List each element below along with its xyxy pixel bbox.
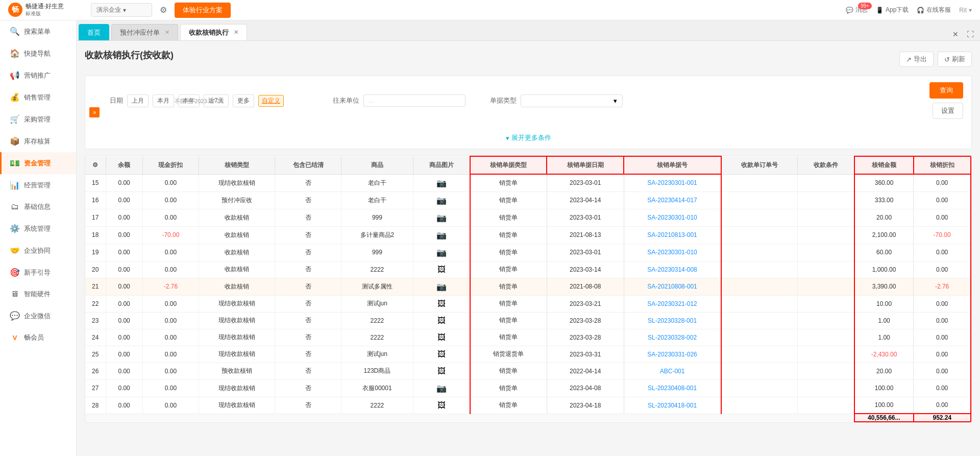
sidebar-item-guide[interactable]: 🎯 新手引导 bbox=[0, 261, 76, 283]
sidebar-label-vip: 畅会员 bbox=[24, 333, 44, 342]
total-amount: 40,556,66... bbox=[854, 414, 914, 422]
settings-button[interactable]: 设置 bbox=[933, 103, 963, 119]
tab-prepay-close[interactable]: ✕ bbox=[165, 29, 169, 36]
table-row: 28 0.00 0.00 现结收款核销 否 2222 🖼 销货单 2023-04… bbox=[85, 397, 971, 414]
sidebar-item-sales[interactable]: 💰 销售管理 bbox=[0, 86, 76, 108]
cell-goods-img: 📷 bbox=[413, 379, 470, 397]
cell-doc-no[interactable]: SL-20230328-001 bbox=[624, 312, 721, 329]
cell-doc-no[interactable]: SA-20230301-010 bbox=[624, 209, 721, 226]
cell-amount: -2,430.00 bbox=[854, 346, 914, 363]
tab-collection-close[interactable]: ✕ bbox=[234, 29, 238, 36]
cell-goods: 2222 bbox=[341, 261, 413, 278]
cell-doc-no[interactable]: SA-20230301-010 bbox=[624, 244, 721, 261]
cell-balance: 0.00 bbox=[106, 312, 142, 329]
cell-doc-no[interactable]: SA-20230414-017 bbox=[624, 191, 721, 209]
cell-balance: 0.00 bbox=[106, 191, 142, 209]
cell-doc-no[interactable]: SA-20210813-001 bbox=[624, 226, 721, 244]
table-row: 27 0.00 0.00 现结收款核销 否 衣服00001 📷 销货单 2023… bbox=[85, 379, 971, 397]
headset-icon: 🎧 bbox=[917, 7, 924, 14]
chat-icon: 💬 bbox=[846, 7, 853, 14]
cell-condition bbox=[798, 312, 854, 329]
cell-cash-discount: 0.00 bbox=[142, 397, 199, 414]
cell-condition bbox=[798, 278, 854, 295]
date-last-month[interactable]: 上月 bbox=[127, 94, 149, 107]
cell-discount: 0.00 bbox=[914, 397, 971, 414]
date-this-month[interactable]: 本月 bbox=[153, 94, 174, 107]
cell-no: 26 bbox=[85, 363, 106, 379]
cell-goods-img: 🖼 bbox=[413, 363, 470, 379]
th-discount: 核销折扣 bbox=[914, 156, 971, 174]
sidebar-item-search[interactable]: 🔍 搜索菜单 bbox=[0, 20, 76, 42]
sidebar-item-marketing[interactable]: 📢 营销推广 bbox=[0, 64, 76, 86]
cell-amount: 20.00 bbox=[854, 209, 914, 226]
cell-doc-no[interactable]: SA-20230301-001 bbox=[624, 174, 721, 191]
cell-doc-no[interactable]: SL-20230408-001 bbox=[624, 379, 721, 397]
cell-amount: 100.00 bbox=[854, 379, 914, 397]
date-more[interactable]: 更多 bbox=[233, 94, 254, 107]
th-gear[interactable]: ⚙ bbox=[85, 156, 106, 174]
sidebar-label-inventory: 库存核算 bbox=[24, 137, 51, 146]
cell-doc-type: 销货单 bbox=[470, 244, 547, 261]
table-wrapper[interactable]: ⚙ 余额 现金折扣 核销类型 包含已结清 商品 商品图片 核销单据类型 核销单据… bbox=[85, 156, 971, 422]
cell-order-no bbox=[721, 191, 798, 209]
cell-doc-no[interactable]: SA-20230331-026 bbox=[624, 346, 721, 363]
company-selector[interactable]: 演示企业 ▾ bbox=[91, 3, 152, 17]
sidebar-item-enterprise[interactable]: 🤝 企业协同 bbox=[0, 239, 76, 261]
refresh-button[interactable]: ↺ 刷新 bbox=[938, 52, 972, 67]
cell-discount: 0.00 bbox=[914, 174, 971, 191]
cell-amount: 10.00 bbox=[854, 295, 914, 312]
notification-button[interactable]: 💬 消息 99+ bbox=[846, 6, 868, 14]
cell-order-no bbox=[721, 379, 798, 397]
close-window-icon[interactable]: ✕ bbox=[950, 28, 961, 40]
sidebar-item-quicknav[interactable]: 🏠 快捷导航 bbox=[0, 42, 76, 64]
cell-goods: 老白干 bbox=[341, 191, 413, 209]
cell-no: 28 bbox=[85, 397, 106, 414]
filter-expand-button[interactable]: » bbox=[89, 107, 100, 117]
sidebar-label-basic: 基础信息 bbox=[24, 202, 51, 211]
sidebar-item-finance[interactable]: 💵 资金管理 bbox=[0, 152, 76, 174]
maximize-icon[interactable]: ⛶ bbox=[965, 28, 976, 40]
cell-doc-no[interactable]: SA-20230321-012 bbox=[624, 295, 721, 312]
query-button[interactable]: 查询 bbox=[929, 82, 963, 99]
sidebar-item-hardware[interactable]: 🖥 智能硬件 bbox=[0, 283, 76, 305]
cell-order-no bbox=[721, 278, 798, 295]
cell-doc-no[interactable]: SL-20230418-001 bbox=[624, 397, 721, 414]
sidebar-label-search: 搜索菜单 bbox=[24, 27, 51, 36]
sidebar-item-purchase[interactable]: 🛒 采购管理 bbox=[0, 108, 76, 130]
unit-filter-group: 往来单位 ... bbox=[333, 94, 465, 107]
cell-cash-discount: 0.00 bbox=[142, 346, 199, 363]
tab-prepay[interactable]: 预付冲应付单 ✕ bbox=[111, 24, 178, 40]
sidebar: 🔍 搜索菜单 🏠 快捷导航 📢 营销推广 💰 销售管理 🛒 采购管理 📦 库存核… bbox=[0, 20, 77, 456]
cell-settled: 否 bbox=[275, 295, 341, 312]
cell-settled: 否 bbox=[275, 191, 341, 209]
trial-button[interactable]: 体验行业方案 bbox=[175, 3, 231, 18]
online-service-button[interactable]: 🎧 在线客服 bbox=[917, 6, 951, 14]
cell-doc-no[interactable]: SA-20230314-008 bbox=[624, 261, 721, 278]
record-type-selector[interactable]: ▾ bbox=[521, 94, 623, 107]
unit-input[interactable]: ... bbox=[363, 94, 465, 107]
cell-discount: 0.00 bbox=[914, 244, 971, 261]
settings-icon[interactable]: ⚙ bbox=[156, 3, 170, 17]
main-table: ⚙ 余额 现金折扣 核销类型 包含已结清 商品 商品图片 核销单据类型 核销单据… bbox=[85, 156, 971, 422]
cell-doc-date: 2023-03-21 bbox=[547, 295, 624, 312]
cell-goods-img: 📷 bbox=[413, 226, 470, 244]
sidebar-item-vip[interactable]: V 畅会员 bbox=[0, 327, 76, 348]
cell-doc-no[interactable]: SL-20230328-002 bbox=[624, 329, 721, 346]
date-custom[interactable]: 自定义 bbox=[258, 95, 284, 107]
export-button[interactable]: ↗ 导出 bbox=[899, 52, 934, 67]
sidebar-item-system[interactable]: ⚙️ 系统管理 bbox=[0, 218, 76, 239]
app-download-button[interactable]: 📱 App下载 bbox=[876, 6, 909, 14]
sidebar-item-wechat[interactable]: 💬 企业微信 bbox=[0, 305, 76, 327]
cell-discount: 0.00 bbox=[914, 329, 971, 346]
cell-amount: 1,000.00 bbox=[854, 261, 914, 278]
tab-collection[interactable]: 收款核销执行 ✕ bbox=[180, 24, 247, 40]
sidebar-item-inventory[interactable]: 📦 库存核算 bbox=[0, 130, 76, 152]
expand-more-button[interactable]: ▾ 展开更多条件 bbox=[506, 133, 551, 142]
th-order-no: 收款单订单号 bbox=[721, 156, 798, 174]
cell-doc-no[interactable]: ABC-001 bbox=[624, 363, 721, 379]
cell-doc-no[interactable]: SA-20210808-001 bbox=[624, 278, 721, 295]
sidebar-item-basic[interactable]: 🗂 基础信息 bbox=[0, 196, 76, 218]
user-info[interactable]: Rit ▾ bbox=[959, 7, 972, 14]
tab-home[interactable]: 首页 bbox=[79, 24, 109, 40]
sidebar-item-operations[interactable]: 📊 经营管理 bbox=[0, 174, 76, 196]
